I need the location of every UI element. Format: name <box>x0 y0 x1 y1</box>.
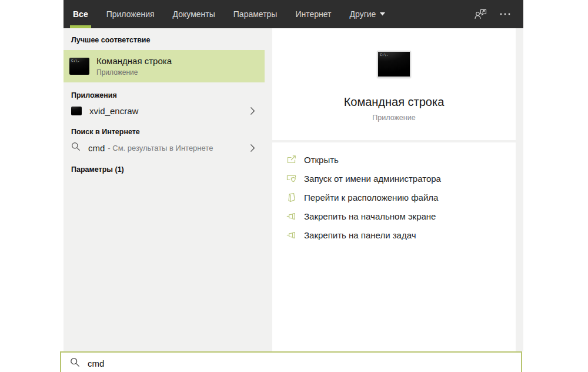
ellipsis-icon[interactable] <box>500 12 510 16</box>
pin-icon <box>286 211 296 221</box>
action-run-as-admin[interactable]: Запуск от имени администратора <box>272 169 516 188</box>
search-input[interactable] <box>88 358 440 368</box>
run-as-admin-shield-icon <box>286 174 296 184</box>
tab-more-dropdown[interactable]: Другие <box>349 0 387 28</box>
web-search-result-cmd[interactable]: cmd - См. результаты в Интернете <box>64 138 265 158</box>
cmd-terminal-icon: C:\. <box>377 51 411 78</box>
apps-section-header: Приложения <box>64 91 265 99</box>
web-search-suffix: - См. результаты в Интернете <box>108 144 213 152</box>
search-icon <box>70 357 80 370</box>
settings-section-header: Параметры (1) <box>64 165 265 174</box>
search-flyout-window: Все Приложения Документы Параметры Интер… <box>64 0 523 351</box>
tab-documents-label: Документы <box>173 9 215 19</box>
tab-all[interactable]: Все <box>72 0 89 28</box>
action-pin-to-taskbar-label: Закрепить на панели задач <box>304 230 416 240</box>
action-pin-to-start[interactable]: Закрепить на начальном экране <box>272 207 516 225</box>
best-match-subtitle: Приложение <box>96 68 172 77</box>
cmd-terminal-icon: C:\. <box>69 58 89 75</box>
chevron-right-icon[interactable] <box>248 107 256 115</box>
search-filter-bar: Все Приложения Документы Параметры Интер… <box>64 0 523 28</box>
action-open-file-location[interactable]: Перейти к расположению файла <box>272 188 516 207</box>
best-match-header: Лучшее соответствие <box>64 36 265 44</box>
open-external-icon <box>286 155 296 165</box>
web-search-section-header: Поиск в Интернете <box>64 128 265 136</box>
chevron-down-icon <box>380 12 385 16</box>
active-tab-underline <box>70 25 91 28</box>
pin-icon <box>286 230 296 240</box>
feedback-person-icon[interactable] <box>475 9 487 19</box>
preview-hero-card: C:\. Командная строка Приложение <box>272 28 516 140</box>
best-match-title: Командная строка <box>96 56 172 67</box>
preview-actions-card: Открыть Запуск от имени администратора <box>272 142 516 351</box>
tab-apps[interactable]: Приложения <box>105 0 156 28</box>
cmd-terminal-icon <box>71 107 82 115</box>
tab-all-label: Все <box>73 9 88 19</box>
search-results-body: Лучшее соответствие C:\. Командная строк… <box>64 28 523 351</box>
tab-more-label: Другие <box>350 9 376 19</box>
action-open[interactable]: Открыть <box>272 150 516 169</box>
app-result-label: xvid_encraw <box>89 106 138 116</box>
tab-web-label: Интернет <box>295 9 331 19</box>
tab-settings-label: Параметры <box>233 9 278 19</box>
file-location-icon <box>286 192 296 202</box>
web-search-query: cmd <box>88 143 105 153</box>
action-pin-to-start-label: Закрепить на начальном экране <box>304 211 436 221</box>
best-match-texts: Командная строка Приложение <box>96 56 172 77</box>
tab-documents[interactable]: Документы <box>172 0 216 28</box>
best-match-result-cmd[interactable]: C:\. Командная строка Приложение <box>64 50 265 82</box>
action-run-as-admin-label: Запуск от имени администратора <box>304 174 441 184</box>
preview-subtitle: Приложение <box>372 114 415 122</box>
tab-apps-label: Приложения <box>106 9 155 19</box>
taskbar-search-box[interactable] <box>60 351 522 372</box>
preview-title: Командная строка <box>344 95 445 109</box>
chevron-right-icon[interactable] <box>248 144 256 152</box>
tab-web[interactable]: Интернет <box>294 0 332 28</box>
action-open-label: Открыть <box>304 155 339 165</box>
action-pin-to-taskbar[interactable]: Закрепить на панели задач <box>272 225 516 244</box>
search-icon <box>71 142 81 154</box>
results-panel: Лучшее соответствие C:\. Командная строк… <box>64 28 265 351</box>
topbar-right-buttons <box>475 0 510 28</box>
windows-search-screen: Все Приложения Документы Параметры Интер… <box>0 0 588 372</box>
action-open-file-location-label: Перейти к расположению файла <box>304 192 438 202</box>
app-result-xvid-encraw[interactable]: xvid_encraw <box>64 102 265 119</box>
preview-panel: C:\. Командная строка Приложение Открыть <box>265 28 523 351</box>
tab-settings[interactable]: Параметры <box>232 0 279 28</box>
